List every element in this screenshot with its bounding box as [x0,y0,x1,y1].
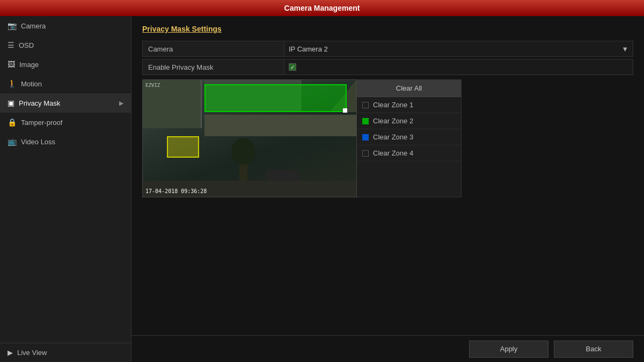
camera-field-value[interactable]: IP Camera 2 ▼ [284,41,633,57]
camera-field-label: Camera [142,41,284,57]
enable-privacy-mask-row: Enable Privacy Mask ✓ [142,59,633,75]
sidebar-item-image[interactable]: 🖼 Image [0,55,131,74]
zone-2-label: Clear Zone 2 [373,117,413,125]
apply-button[interactable]: Apply [469,341,548,358]
camera-icon: 📷 [8,21,17,30]
sidebar-label-privacy-mask: Privacy Mask [19,99,60,107]
main-layout: 📷 Camera ☰ OSD 🖼 Image 🚶 Motion ▣ Privac… [0,16,644,362]
live-view-button[interactable]: ▶ Live View [0,343,131,362]
sidebar-label-image: Image [19,61,39,69]
privacy-mask-icon: ▣ [8,99,14,107]
video-loss-icon: 📺 [8,137,17,146]
zone-row-4[interactable]: Clear Zone 4 [357,145,461,161]
sidebar-item-motion[interactable]: 🚶 Motion [0,74,131,93]
sidebar-label-motion: Motion [21,80,42,88]
back-button[interactable]: Back [554,341,633,358]
enable-label: Enable Privacy Mask [142,59,284,75]
title-bar: Camera Management [0,0,644,16]
zone-row-2[interactable]: Clear Zone 2 [357,113,461,129]
zones-panel: Clear All Clear Zone 1 Clear Zone 2 Clea… [357,79,462,197]
road-area [204,115,357,136]
bottom-bar: Apply Back [131,335,644,362]
zone-4-checkbox[interactable] [362,150,369,157]
zone1-resize-handle[interactable] [343,108,347,113]
page-title: Privacy Mask Settings [142,25,633,33]
camera-panel: EZVIZ 17-04-2018 09:36:28 Clear All Clea… [142,79,633,197]
sidebar-item-camera[interactable]: 📷 Camera [0,16,131,35]
camera-value-text: IP Camera 2 [289,45,328,53]
zone-2-checkbox[interactable] [362,118,369,124]
sidebar-item-video-loss[interactable]: 📺 Video Loss [0,132,131,151]
camera-row: Camera IP Camera 2 ▼ [142,41,633,57]
camera-dropdown-arrow: ▼ [621,45,628,53]
sidebar-label-video-loss: Video Loss [21,138,55,146]
osd-icon: ☰ [8,41,14,49]
sidebar-item-privacy-mask[interactable]: ▣ Privacy Mask ▶ [0,93,131,113]
zone-row-3[interactable]: Clear Zone 3 [357,129,461,145]
clear-all-button[interactable]: Clear All [357,80,461,97]
tree-top [231,138,255,165]
sidebar-item-osd[interactable]: ☰ OSD [0,35,131,55]
privacy-mask-arrow: ▶ [119,100,123,107]
zone-3-checkbox[interactable] [362,134,369,141]
zone-1-label: Clear Zone 1 [373,101,413,109]
sidebar-label-osd: OSD [19,41,34,49]
zone-3-label: Clear Zone 3 [373,133,413,141]
enable-value: ✓ [284,59,633,75]
camera-logo: EZVIZ [145,83,160,88]
zone-4-label: Clear Zone 4 [373,149,413,157]
sidebar-label-camera: Camera [21,22,46,30]
live-view-icon: ▶ [8,349,13,357]
title-text: Camera Management [284,4,360,12]
sidebar-label-tamper-proof: Tamper-proof [21,119,62,127]
mask-zone-1[interactable] [204,84,347,112]
sidebar-item-tamper-proof[interactable]: 🔒 Tamper-proof [0,113,131,132]
camera-feed: EZVIZ 17-04-2018 09:36:28 [142,79,357,197]
zone-row-1[interactable]: Clear Zone 1 [357,97,461,113]
motion-icon: 🚶 [8,79,17,88]
image-icon: 🖼 [8,60,15,69]
live-view-label: Live View [17,349,47,357]
tamper-proof-icon: 🔒 [8,118,17,127]
enable-checkbox[interactable]: ✓ [289,63,296,71]
zone-1-checkbox[interactable] [362,102,369,108]
mask-zone-2[interactable] [167,136,199,158]
sidebar: 📷 Camera ☰ OSD 🖼 Image 🚶 Motion ▣ Privac… [0,16,131,362]
content-area: Privacy Mask Settings Camera IP Camera 2… [131,16,644,362]
camera-timestamp: 17-04-2018 09:36:28 [145,188,207,194]
